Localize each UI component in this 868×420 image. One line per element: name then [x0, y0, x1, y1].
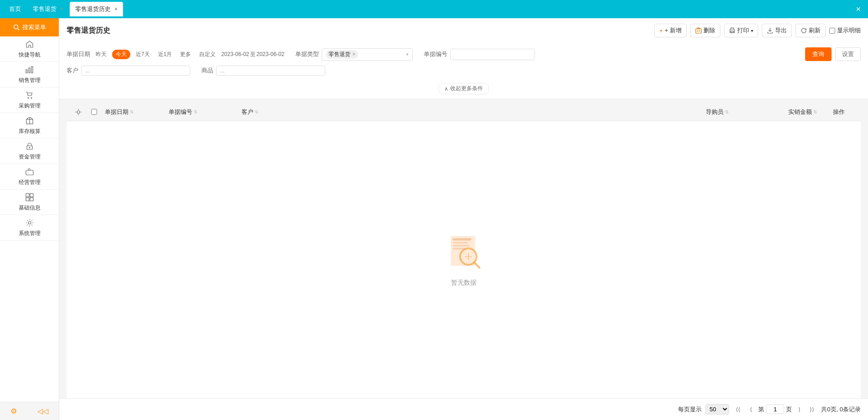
- delete-button[interactable]: 删除: [690, 24, 720, 37]
- bill-type-select[interactable]: 零售退货 × ▾: [322, 48, 413, 61]
- sidebar-item-fund-mgmt-label: 资金管理: [19, 153, 41, 161]
- bill-no-input[interactable]: [450, 49, 535, 60]
- per-page-select[interactable]: 50 100 200: [705, 404, 729, 415]
- svg-rect-15: [30, 198, 33, 201]
- th-bill-no[interactable]: 单据编号 ⇅: [165, 108, 238, 116]
- date-filter: 昨天 今天 近7天 近1月 更多 自定义: [93, 50, 218, 59]
- display-detail-label: 显示明细: [837, 26, 861, 35]
- content: 零售退货历史 + + 新增 删除 打印 ▾: [59, 18, 868, 420]
- settings-button[interactable]: 设置: [835, 47, 861, 61]
- query-button[interactable]: 查询: [805, 47, 832, 61]
- svg-rect-13: [30, 194, 33, 197]
- svg-point-5: [27, 97, 29, 99]
- add-button[interactable]: + + 新增: [654, 24, 687, 37]
- print-button[interactable]: 打印 ▾: [724, 24, 758, 37]
- last-page-button[interactable]: ⟩⟩: [806, 404, 817, 415]
- svg-rect-2: [26, 70, 27, 73]
- th-amount-label: 实销金额: [788, 108, 812, 116]
- sidebar-item-quick-nav-label: 快捷导航: [19, 51, 41, 59]
- date-btn-7days[interactable]: 近7天: [133, 50, 153, 59]
- page-number-input[interactable]: [766, 405, 784, 414]
- sidebar-item-biz-mgmt[interactable]: 经营管理: [0, 164, 59, 190]
- window-close-button[interactable]: ×: [852, 5, 864, 14]
- date-from: 2023-06-02: [221, 51, 249, 57]
- th-settings[interactable]: [70, 108, 87, 116]
- pagination: 每页显示 50 100 200 ⟨⟨ ⟨ 第 页 ⟩ ⟩⟩ 共0页, 0条记录: [59, 398, 868, 420]
- svg-point-0: [14, 25, 18, 29]
- tab-retail-return-label: 零售退货: [33, 5, 56, 13]
- th-customer-label: 客户: [241, 108, 253, 116]
- sidebar: 搜索菜单 快捷导航 销售管理 采购管理: [0, 18, 59, 420]
- refresh-icon: [801, 27, 807, 34]
- tab-retail-return-history-label: 零售退货历史: [75, 5, 111, 13]
- date-btn-yesterday[interactable]: 昨天: [93, 50, 109, 59]
- th-op-label: 操作: [833, 108, 845, 116]
- cart-icon: [25, 90, 35, 100]
- bill-type-label: 单据类型: [295, 50, 319, 58]
- sort-guide-icon: ⇅: [725, 109, 729, 114]
- sidebar-search[interactable]: 搜索菜单: [0, 18, 59, 36]
- top-bar: 首页 零售退货 × 零售退货历史 × ×: [0, 0, 868, 18]
- svg-rect-4: [31, 67, 33, 73]
- sidebar-item-basic-info[interactable]: 基础信息: [0, 190, 59, 215]
- display-detail-checkbox[interactable]: 显示明细: [829, 26, 861, 35]
- svg-rect-22: [731, 31, 734, 32]
- sidebar-item-sales-mgmt-label: 销售管理: [19, 77, 41, 84]
- svg-rect-17: [696, 29, 701, 33]
- date-separator: 至: [250, 51, 256, 58]
- sidebar-item-quick-nav[interactable]: 快捷导航: [0, 36, 59, 62]
- page-title-row: 零售退货历史 + + 新增 删除 打印 ▾: [67, 24, 861, 37]
- filter-area: 单据日期 昨天 今天 近7天 近1月 更多 自定义 2023-06-02 至: [67, 43, 861, 99]
- refresh-label: 刷新: [809, 26, 821, 35]
- th-bill-no-label: 单据编号: [169, 108, 192, 116]
- filter-row-2: 客户 ... 商品 ...: [67, 66, 861, 76]
- select-all-checkbox[interactable]: [91, 109, 97, 115]
- bill-type-tag-close[interactable]: ×: [352, 51, 355, 57]
- svg-point-6: [31, 97, 32, 99]
- tab-retail-return-history-close[interactable]: ×: [114, 6, 118, 12]
- customer-placeholder: ...: [85, 67, 90, 74]
- sidebar-item-inventory-calc-label: 库存核算: [19, 128, 41, 135]
- prev-page-button[interactable]: ⟨: [745, 404, 756, 415]
- page-header: 零售退货历史 + + 新增 删除 打印 ▾: [59, 18, 868, 99]
- refresh-button[interactable]: 刷新: [796, 24, 826, 37]
- settings-icon: [25, 218, 35, 228]
- next-page-button[interactable]: ⟩: [794, 404, 805, 415]
- customer-select[interactable]: ...: [81, 66, 190, 76]
- delete-icon: [695, 27, 702, 34]
- th-checkbox[interactable]: [87, 109, 101, 115]
- date-btn-1month[interactable]: 近1月: [155, 50, 175, 59]
- sidebar-item-sales-mgmt[interactable]: 销售管理: [0, 62, 59, 87]
- date-btn-more[interactable]: 更多: [177, 50, 194, 59]
- sidebar-item-biz-mgmt-label: 经营管理: [19, 179, 41, 186]
- sidebar-item-inventory-calc[interactable]: 库存核算: [0, 113, 59, 138]
- th-guide[interactable]: 导购员 ⇅: [702, 108, 766, 116]
- display-detail-input[interactable]: [829, 28, 835, 34]
- th-amount[interactable]: 实销金额 ⇅: [766, 108, 821, 116]
- sidebar-speaker-icon[interactable]: ◁◁: [37, 407, 48, 415]
- goods-select[interactable]: ...: [216, 66, 325, 76]
- svg-rect-3: [29, 68, 30, 73]
- tab-retail-return-history[interactable]: 零售退货历史 ×: [70, 2, 123, 16]
- first-page-button[interactable]: ⟨⟨: [733, 404, 744, 415]
- tab-home[interactable]: 首页: [4, 2, 26, 16]
- th-bill-date[interactable]: 单据日期 ⇅: [101, 108, 165, 116]
- sidebar-settings-icon[interactable]: ⚙: [10, 407, 17, 415]
- collapse-button[interactable]: ∧ 收起更多条件: [438, 83, 489, 94]
- page-unit: 页: [786, 405, 792, 414]
- tab-retail-return-close[interactable]: ×: [60, 6, 63, 12]
- sidebar-item-purchase-mgmt[interactable]: 采购管理: [0, 87, 59, 113]
- goods-placeholder: ...: [220, 67, 225, 74]
- date-btn-custom[interactable]: 自定义: [196, 50, 218, 59]
- toolbar: + + 新增 删除 打印 ▾ 导出: [654, 24, 861, 37]
- date-range: 2023-06-02 至 2023-06-02: [221, 51, 284, 58]
- customer-label: 客户: [67, 67, 78, 75]
- tab-retail-return[interactable]: 零售退货 ×: [27, 2, 69, 16]
- th-customer[interactable]: 客户 ⇅: [238, 108, 702, 116]
- sidebar-item-sys-mgmt[interactable]: 系统管理: [0, 215, 59, 241]
- export-button[interactable]: 导出: [762, 24, 792, 37]
- sidebar-item-fund-mgmt[interactable]: 资金管理: [0, 138, 59, 164]
- main-layout: 搜索菜单 快捷导航 销售管理 采购管理: [0, 18, 868, 420]
- sidebar-search-label: 搜索菜单: [22, 23, 46, 31]
- date-btn-today[interactable]: 今天: [112, 50, 130, 59]
